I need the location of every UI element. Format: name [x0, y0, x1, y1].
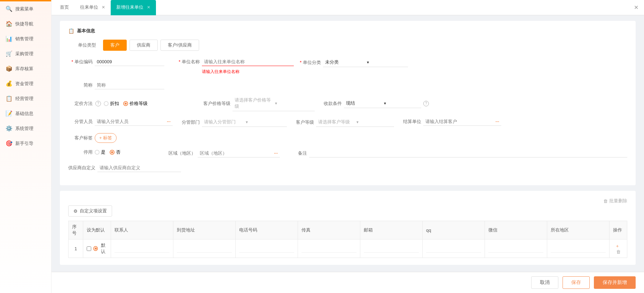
settlement-input[interactable]	[425, 119, 494, 124]
settlement-dots-btn[interactable]: ···	[495, 119, 499, 124]
sidebar-item-search[interactable]: 🔍 搜索菜单	[0, 1, 51, 16]
dept-placeholder: 请输入分管部门	[204, 119, 244, 125]
pricing-radio-group: 折扣 价格等级	[104, 100, 148, 107]
type-btn-supplier[interactable]: 供应商	[129, 40, 158, 51]
manager-dots-btn[interactable]: ···	[167, 119, 171, 124]
contacts-card: 🗑 批量删除 ⚙ 自定义项设置 序号 设为默认 联系人 到货地址 电话号码 传真	[60, 191, 636, 265]
manager-input[interactable]	[97, 119, 165, 124]
tab-new-partner[interactable]: 新增往来单位 ✕	[111, 0, 156, 15]
payment-terms-value: 现结	[346, 100, 382, 106]
sidebar-item-sales[interactable]: 📊 销售管理	[0, 31, 51, 46]
region-input[interactable]	[200, 150, 273, 156]
address-input[interactable]	[177, 244, 232, 253]
form-row-1: 单位编码 单位名称 请输入往来单位名称 单位分类 未分类 ▼	[68, 58, 627, 75]
contacts-table: 序号 设为默认 联系人 到货地址 电话号码 传真 邮箱 qq 微信 所在地区 操…	[68, 221, 627, 258]
default-radio[interactable]: 默认	[93, 242, 107, 255]
sidebar-item-purchase[interactable]: 🛒 采购管理	[0, 46, 51, 61]
sidebar-item-label: 基础信息	[15, 111, 33, 117]
sidebar-item-system[interactable]: ⚙️ 系统管理	[0, 121, 51, 136]
system-icon: ⚙️	[6, 125, 13, 132]
row-checkbox[interactable]	[87, 246, 91, 251]
remark-input[interactable]	[309, 149, 627, 157]
tab-partners-close[interactable]: ✕	[102, 5, 105, 10]
customer-level-select[interactable]: 请选择客户等级 ▼	[316, 117, 394, 127]
col-default: 设为默认	[83, 221, 111, 239]
unit-name-input[interactable]	[202, 58, 294, 66]
dept-select[interactable]: 请输入分管部门 ▼	[202, 117, 287, 127]
region-dots-btn[interactable]: ···	[274, 150, 278, 156]
cell-contact	[111, 239, 173, 258]
supplier-custom-input[interactable]	[97, 164, 181, 172]
suspend-no[interactable]: 否	[110, 149, 120, 155]
email-input[interactable]	[364, 244, 419, 253]
sidebar-item-label: 经营管理	[15, 96, 33, 102]
cell-region	[547, 239, 610, 258]
tab-home[interactable]: 首页	[54, 0, 74, 15]
unit-name-label: 单位名称	[175, 59, 200, 65]
pricing-radio-level[interactable]: 价格等级	[123, 100, 148, 107]
contact-input[interactable]	[115, 244, 170, 253]
add-row-icon[interactable]: ＋	[615, 243, 620, 249]
basic-info-card: 📋 基本信息 单位类型 客户 供应商 客户/供应商 单位编码 单位名称	[60, 21, 636, 185]
dept-group: 分管部门 请输入分管部门 ▼	[175, 117, 287, 127]
pricing-radio-discount[interactable]: 折扣	[104, 100, 119, 107]
cell-phone	[235, 239, 298, 258]
finance-icon: 💰	[6, 80, 13, 87]
sidebar-item-guide[interactable]: 🎯 新手引导	[0, 136, 51, 151]
custom-settings-button[interactable]: ⚙ 自定义项设置	[68, 205, 112, 217]
save-new-button[interactable]: 保存并新增	[594, 276, 636, 289]
tag-group: 客户标签 + 标签	[68, 133, 627, 143]
phone-input[interactable]	[239, 244, 294, 253]
col-no: 序号	[69, 221, 83, 239]
tab-partners[interactable]: 往来单位 ✕	[74, 0, 111, 15]
sidebar-item-finance[interactable]: 💰 资金管理	[0, 76, 51, 91]
payment-terms-select[interactable]: 现结 ▼	[344, 99, 421, 108]
type-btn-both[interactable]: 客户/供应商	[160, 40, 199, 51]
suspend-yes-circle	[95, 150, 100, 155]
suspend-radio-group: 是 否	[95, 149, 120, 155]
tab-new-partner-close[interactable]: ✕	[147, 5, 150, 10]
qq-input[interactable]	[426, 244, 481, 253]
tab-new-partner-label: 新增往来单位	[116, 4, 143, 10]
cell-wechat	[485, 239, 547, 258]
batch-delete-area: 🗑 批量删除	[68, 198, 627, 204]
region-table-input[interactable]	[551, 244, 606, 253]
fax-input[interactable]	[301, 244, 356, 253]
manager-field: ···	[95, 117, 173, 126]
tag-add-label: + 标签	[99, 135, 112, 141]
suspend-group: 停用 是 否	[68, 149, 166, 155]
delete-row-icon[interactable]: 🗑	[616, 249, 621, 254]
chevron-down-icon: ▼	[274, 101, 313, 105]
sidebar-item-quick-nav[interactable]: 🏠 快捷导航	[0, 16, 51, 31]
type-btn-customer[interactable]: 客户	[103, 40, 127, 51]
tab-bar-close[interactable]: ✕	[631, 4, 641, 11]
sidebar-item-label: 系统管理	[15, 125, 33, 132]
customer-price-select[interactable]: 请选择客户价格等级 ▼	[233, 96, 315, 111]
tab-bar: 首页 往来单位 ✕ 新增往来单位 ✕ ✕	[52, 0, 644, 15]
unit-code-label: 单位编码	[68, 59, 93, 65]
payment-terms-group: 收款条件 现结 ▼ ?	[317, 99, 429, 108]
wechat-input[interactable]	[488, 244, 543, 253]
cancel-button[interactable]: 取消	[531, 276, 558, 289]
sidebar-item-label: 库存核算	[15, 66, 33, 72]
help-icon-payment[interactable]: ?	[423, 101, 429, 106]
sidebar-item-basic-info[interactable]: 📝 基础信息	[0, 106, 51, 121]
tag-add-button[interactable]: + 标签	[95, 133, 117, 143]
unit-category-select[interactable]: 未分类 ▼	[323, 58, 408, 67]
suspend-yes[interactable]: 是	[95, 149, 105, 155]
sidebar-item-inventory[interactable]: 📦 库存核算	[0, 61, 51, 76]
batch-delete-label[interactable]: 批量删除	[609, 198, 627, 204]
gear-icon: ⚙	[73, 209, 78, 214]
unit-code-input[interactable]	[95, 58, 164, 66]
sidebar-item-label: 搜索菜单	[15, 6, 33, 12]
abbr-input[interactable]	[95, 81, 164, 89]
col-fax: 传真	[298, 221, 360, 239]
customer-level-group: 客户等级 请选择客户等级 ▼	[290, 117, 394, 127]
abbr-group: 简称	[68, 81, 173, 89]
cell-action: ＋ 🗑	[610, 239, 627, 258]
help-icon-pricing[interactable]: ?	[95, 101, 101, 106]
form-row-supplier-custom: 供应商自定义	[68, 164, 627, 172]
sidebar-item-operations[interactable]: 📋 经营管理	[0, 91, 51, 106]
form-row-pricing: 定价方法 ? 折扣 价格等级 客户价格等级	[68, 96, 627, 111]
save-button[interactable]: 保存	[563, 276, 590, 289]
